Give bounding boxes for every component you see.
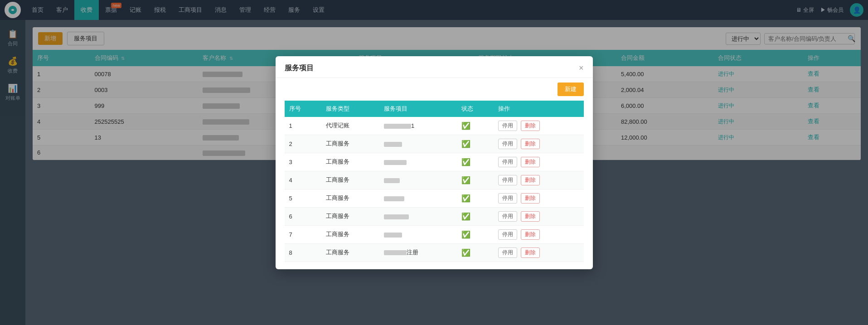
modal-cell-type: 工商服务: [321, 243, 379, 262]
modal-cell-status: ✅: [457, 189, 494, 207]
modal-overlay[interactable]: 服务项目 × 新建 序号 服务类型 服务项目 状态 操作 1: [0, 0, 868, 325]
modal-cell-status: ✅: [457, 117, 494, 135]
modal-cell-seq: 1: [285, 117, 322, 135]
modal-table-row: 2 工商服务 ✅ 停用 删除: [285, 135, 584, 153]
modal-cell-status: ✅: [457, 171, 494, 189]
modal-cell-action: 停用 删除: [494, 243, 583, 262]
delete-button[interactable]: 删除: [521, 229, 540, 240]
modal-cell-action: 停用 删除: [494, 189, 583, 207]
modal-cell-status: ✅: [457, 207, 494, 225]
modal-cell-action: 停用 删除: [494, 225, 583, 243]
modal-table-row: 7 工商服务 ✅ 停用 删除: [285, 225, 584, 243]
modal-table-row: 6 工商服务 ✅ 停用 删除: [285, 207, 584, 225]
stop-button[interactable]: 停用: [498, 193, 517, 204]
delete-button[interactable]: 删除: [521, 247, 540, 258]
modal-col-item: 服务项目: [379, 101, 456, 117]
modal-cell-type: 工商服务: [321, 171, 379, 189]
modal-cell-status: ✅: [457, 225, 494, 243]
modal-col-seq: 序号: [285, 101, 322, 117]
modal-cell-type: 代理记账: [321, 117, 379, 135]
stop-button[interactable]: 停用: [498, 211, 517, 222]
modal-table-row: 5 工商服务 ✅ 停用 删除: [285, 189, 584, 207]
status-check-icon: ✅: [461, 122, 470, 130]
modal-cell-item: 1: [379, 117, 456, 135]
service-table: 序号 服务类型 服务项目 状态 操作 1 代理记账 1 ✅ 停用 删除: [285, 101, 584, 262]
modal-cell-item: [379, 207, 456, 225]
modal-body: 序号 服务类型 服务项目 状态 操作 1 代理记账 1 ✅ 停用 删除: [276, 101, 593, 269]
stop-button[interactable]: 停用: [498, 247, 517, 258]
modal-cell-type: 工商服务: [321, 225, 379, 243]
modal-cell-item: [379, 171, 456, 189]
modal-table-row: 3 工商服务 ✅ 停用 删除: [285, 153, 584, 171]
delete-button[interactable]: 删除: [521, 139, 540, 149]
delete-button[interactable]: 删除: [521, 175, 540, 185]
status-check-icon: ✅: [461, 140, 470, 148]
modal-cell-item: [379, 225, 456, 243]
modal-cell-action: 停用 删除: [494, 153, 583, 171]
delete-button[interactable]: 删除: [521, 121, 540, 131]
modal-cell-seq: 2: [285, 135, 322, 153]
modal-cell-status: ✅: [457, 243, 494, 262]
modal-cell-seq: 3: [285, 153, 322, 171]
modal-col-status: 状态: [457, 101, 494, 117]
modal-cell-type: 工商服务: [321, 135, 379, 153]
modal-cell-item: [379, 135, 456, 153]
modal-close-button[interactable]: ×: [579, 64, 584, 72]
modal-cell-action: 停用 删除: [494, 135, 583, 153]
stop-button[interactable]: 停用: [498, 157, 517, 167]
modal-header: 服务项目 ×: [276, 56, 593, 78]
stop-button[interactable]: 停用: [498, 121, 517, 131]
modal-title: 服务项目: [285, 63, 314, 73]
status-check-icon: ✅: [461, 213, 470, 220]
service-modal: 服务项目 × 新建 序号 服务类型 服务项目 状态 操作 1: [276, 56, 593, 269]
stop-button[interactable]: 停用: [498, 229, 517, 240]
stop-button[interactable]: 停用: [498, 139, 517, 149]
modal-cell-item: [379, 189, 456, 207]
status-check-icon: ✅: [461, 194, 470, 202]
modal-col-action: 操作: [494, 101, 583, 117]
modal-cell-item: [379, 153, 456, 171]
modal-header-row: 序号 服务类型 服务项目 状态 操作: [285, 101, 584, 117]
status-check-icon: ✅: [461, 231, 470, 238]
modal-col-type: 服务类型: [321, 101, 379, 117]
modal-cell-seq: 6: [285, 207, 322, 225]
delete-button[interactable]: 删除: [521, 157, 540, 167]
modal-table-row: 8 工商服务 注册 ✅ 停用 删除: [285, 243, 584, 262]
modal-cell-seq: 7: [285, 225, 322, 243]
status-check-icon: ✅: [461, 176, 470, 184]
modal-table-row: 4 工商服务 ✅ 停用 删除: [285, 171, 584, 189]
modal-cell-status: ✅: [457, 135, 494, 153]
modal-cell-action: 停用 删除: [494, 207, 583, 225]
modal-cell-status: ✅: [457, 153, 494, 171]
delete-button[interactable]: 删除: [521, 193, 540, 204]
modal-cell-type: 工商服务: [321, 189, 379, 207]
modal-cell-seq: 5: [285, 189, 322, 207]
modal-cell-type: 工商服务: [321, 207, 379, 225]
modal-cell-action: 停用 删除: [494, 117, 583, 135]
modal-cell-seq: 4: [285, 171, 322, 189]
modal-toolbar: 新建: [276, 78, 593, 101]
modal-new-button[interactable]: 新建: [558, 82, 584, 96]
status-check-icon: ✅: [461, 158, 470, 166]
status-check-icon: ✅: [461, 249, 470, 257]
modal-table-row: 1 代理记账 1 ✅ 停用 删除: [285, 117, 584, 135]
stop-button[interactable]: 停用: [498, 175, 517, 185]
modal-cell-type: 工商服务: [321, 153, 379, 171]
modal-cell-seq: 8: [285, 243, 322, 262]
delete-button[interactable]: 删除: [521, 211, 540, 222]
modal-cell-item: 注册: [379, 243, 456, 262]
modal-cell-action: 停用 删除: [494, 171, 583, 189]
